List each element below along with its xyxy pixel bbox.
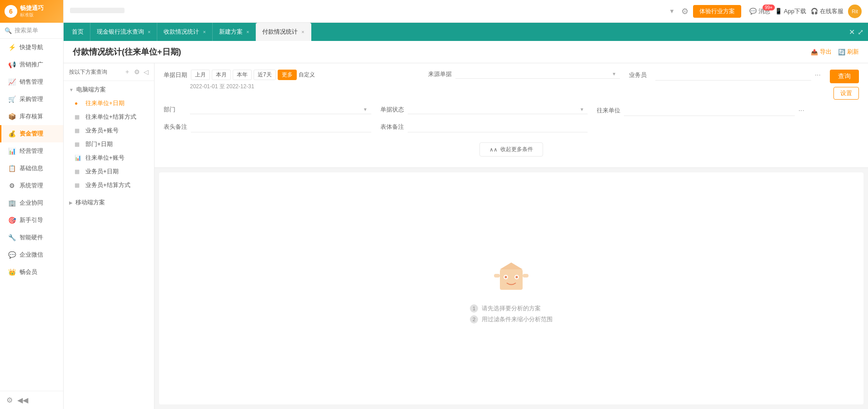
sidebar-item-label: 新手引导	[20, 216, 43, 224]
sidebar-item-label: 资金管理	[20, 130, 43, 138]
date-btn-last-month[interactable]: 上月	[191, 70, 210, 80]
app-download-btn[interactable]: 📱 App下载	[775, 7, 806, 15]
filter-row-1: 单据日期 上月 本月 本年 近7天 更多 自定义 2022	[164, 70, 859, 100]
add-scheme-icon[interactable]: ＋	[124, 68, 130, 76]
scheme-item-unit-account[interactable]: 📊 往来单位+账号	[64, 151, 154, 165]
sidebar-item-hardware[interactable]: 🔧 智能硬件	[0, 229, 63, 246]
staff-date-icon: ▦	[75, 168, 82, 175]
empty-tips: 1 请先选择要分析的方案 2 用过滤条件来缩小分析范围	[470, 304, 553, 323]
page-title: 付款情况统计(往来单位+日期)	[73, 46, 181, 57]
sidebar-item-sales[interactable]: 📈 销售管理	[0, 73, 63, 91]
empty-state: 1 请先选择要分析的方案 2 用过滤条件来缩小分析范围	[159, 172, 863, 404]
refresh-btn[interactable]: 🔄 刷新	[838, 48, 859, 56]
collapse-conditions-btn[interactable]: ∧∧ 收起更多条件	[479, 142, 543, 157]
receipt-stats-tab-close[interactable]: ×	[203, 29, 205, 35]
collapse-panel-icon[interactable]: ◁	[144, 68, 149, 76]
scheme-item-staff-date[interactable]: ▦ 业务员+日期	[64, 165, 154, 178]
dept-date-icon: ▦	[75, 141, 82, 147]
service-btn[interactable]: 🎧 在线客服	[811, 7, 843, 15]
sidebar-item-basic-info[interactable]: 📋 基础信息	[0, 160, 63, 177]
manage-scheme-icon[interactable]: ⚙	[134, 68, 140, 76]
close-window-icon[interactable]: ✕	[849, 28, 855, 36]
logo-icon: 6	[5, 5, 17, 18]
sidebar-item-label: 智能硬件	[20, 233, 43, 242]
bank-flow-tab-label: 现金银行流水查询	[97, 28, 144, 36]
unit-date-icon: ●	[75, 100, 82, 106]
scheme-item-staff-payment[interactable]: ▦ 业务员+结算方式	[64, 178, 154, 192]
sidebar-item-quick-nav[interactable]: ⚡ 快捷导航	[0, 39, 63, 56]
unit-account-icon: 📊	[75, 155, 82, 161]
source-select[interactable]: ▼	[455, 70, 620, 79]
query-btn[interactable]: 查询	[830, 70, 859, 83]
filter-header-note: 表头备注	[164, 121, 371, 132]
related-unit-input[interactable]	[624, 105, 794, 116]
wechat-icon: 💬	[8, 251, 16, 259]
sidebar-item-marketing[interactable]: 📢 营销推广	[0, 56, 63, 73]
tip-text-2: 用过滤条件来缩小分析范围	[482, 315, 553, 323]
sidebar-item-inventory[interactable]: 📦 库存核算	[0, 108, 63, 125]
sidebar-item-capital[interactable]: 💰 资金管理	[0, 125, 63, 142]
trial-btn[interactable]: 体验行业方案	[693, 5, 741, 18]
sidebar-item-guide[interactable]: 🎯 新手引导	[0, 212, 63, 229]
tab-payment-stats[interactable]: 付款情况统计 ×	[256, 23, 311, 41]
dept-label: 部门	[164, 106, 186, 114]
new-scheme-tab-close[interactable]: ×	[246, 29, 249, 35]
body-note-input[interactable]	[408, 121, 588, 132]
search-menu[interactable]: 🔍 搜索菜单	[0, 23, 63, 39]
scheme-item-staff-account[interactable]: ▦ 业务员+账号	[64, 124, 154, 137]
scheme-group-mobile-title[interactable]: ▶ 移动端方案	[64, 196, 154, 209]
staff-label: 业务员	[629, 71, 652, 79]
doc-status-select[interactable]: ▼	[408, 105, 588, 114]
doc-status-label: 单据状态	[380, 106, 404, 114]
tab-new-scheme[interactable]: 新建方案 ×	[213, 23, 256, 41]
export-icon: 📤	[811, 49, 818, 56]
staff-input[interactable]	[655, 70, 811, 81]
tab-bank-flow[interactable]: 现金银行流水查询 ×	[90, 23, 157, 41]
sidebar-item-vip[interactable]: 👑 畅会员	[0, 263, 63, 281]
dept-select[interactable]: ▼	[190, 105, 371, 114]
date-btn-this-year[interactable]: 本年	[233, 70, 252, 80]
related-unit-label: 往来单位	[597, 106, 620, 115]
settings-gear-icon[interactable]: ⚙	[6, 396, 13, 404]
sidebar-item-label: 基础信息	[20, 164, 43, 172]
scheme-item-label: 业务员+结算方式	[85, 181, 130, 189]
sidebar-item-label: 快捷导航	[20, 43, 43, 51]
refresh-icon: 🔄	[838, 49, 845, 56]
svg-rect-7	[523, 274, 529, 278]
date-btn-this-month[interactable]: 本月	[212, 70, 231, 80]
message-btn[interactable]: 💬 消息 99+	[749, 7, 770, 15]
export-btn[interactable]: 📤 导出	[811, 48, 832, 56]
left-panel-header: 按以下方案查询 ＋ ⚙ ◁	[64, 63, 154, 81]
mobile-group-label: 移动端方案	[75, 198, 105, 207]
scheme-item-dept-date[interactable]: ▦ 部门+日期	[64, 137, 154, 151]
setting-btn[interactable]: 设置	[833, 87, 859, 100]
sidebar-item-wechat[interactable]: 💬 企业微信	[0, 246, 63, 263]
collapse-sidebar-icon[interactable]: ◀◀	[17, 396, 28, 404]
scheme-item-unit-payment[interactable]: ▦ 往来单位+结算方式	[64, 110, 154, 124]
sidebar-item-enterprise[interactable]: 🏢 企业协同	[0, 194, 63, 212]
payment-stats-tab-label: 付款情况统计	[262, 28, 298, 36]
date-btn-7days[interactable]: 近7天	[254, 70, 276, 80]
header-note-input[interactable]	[191, 121, 371, 132]
scheme-item-label: 业务员+日期	[85, 167, 119, 176]
tab-receipt-stats[interactable]: 收款情况统计 ×	[157, 23, 212, 41]
staff-dots-icon[interactable]: ···	[815, 71, 821, 79]
bank-flow-tab-close[interactable]: ×	[148, 29, 150, 35]
topbar-dropdown[interactable]: ▼	[669, 8, 675, 15]
scheme-item-unit-date[interactable]: ● 往来单位+日期	[64, 96, 154, 110]
topbar-settings-icon[interactable]: ⚙	[681, 6, 688, 16]
tab-home[interactable]: 首页	[65, 23, 90, 41]
marketing-icon: 📢	[8, 61, 16, 69]
scheme-group-pc-title[interactable]: ▼ 电脑端方案	[64, 83, 154, 96]
related-unit-dots-icon[interactable]: ···	[798, 106, 804, 115]
sales-icon: 📈	[8, 78, 16, 86]
sidebar-item-purchase[interactable]: 🛒 采购管理	[0, 91, 63, 108]
maximize-icon[interactable]: ⤢	[858, 28, 863, 36]
user-avatar[interactable]: Rit	[848, 5, 862, 18]
payment-stats-tab-close[interactable]: ×	[301, 29, 304, 35]
sidebar-item-system[interactable]: ⚙ 系统管理	[0, 177, 63, 194]
sidebar-item-operation[interactable]: 📊 经营管理	[0, 142, 63, 160]
date-btn-more[interactable]: 更多	[278, 70, 297, 80]
scheme-item-label: 往来单位+结算方式	[85, 113, 136, 121]
left-panel-icons: ＋ ⚙ ◁	[124, 68, 149, 76]
